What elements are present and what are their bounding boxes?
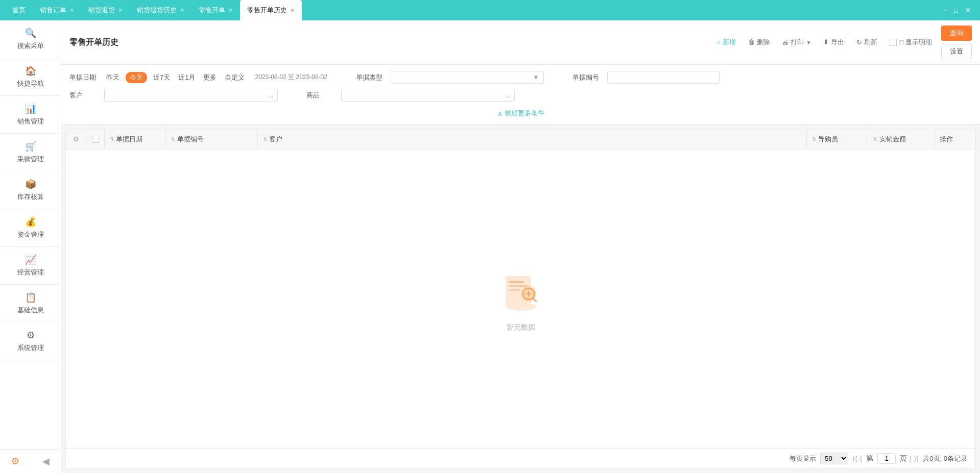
date-range-display: 2023-06-02 至 2023-06-02 bbox=[255, 73, 327, 82]
goods-label: 商品 bbox=[306, 91, 337, 100]
window-controls: ─ □ ✕ bbox=[942, 7, 975, 14]
date-tab-more[interactable]: 更多 bbox=[201, 72, 219, 83]
management-icon: 📈 bbox=[25, 254, 36, 265]
goods-filter-section: 商品 ... bbox=[306, 89, 515, 102]
sort-icon-customer: ⇅ bbox=[263, 136, 267, 142]
date-tab-7days[interactable]: 近7天 bbox=[151, 72, 172, 83]
close-tab-retail-order-history[interactable]: ✕ bbox=[290, 7, 295, 14]
print-dropdown-icon[interactable]: ▼ bbox=[806, 40, 811, 45]
date-label: 单据日期 bbox=[69, 73, 100, 82]
empty-icon bbox=[495, 266, 546, 317]
tab-home[interactable]: 首页 bbox=[5, 0, 33, 20]
prev-page-icon[interactable]: ⟨ bbox=[859, 455, 862, 463]
th-date[interactable]: ⇅ 单据日期 bbox=[105, 129, 166, 149]
action-buttons-area: 查询 设置 bbox=[941, 26, 972, 59]
sidebar-item-nav[interactable]: 🏠 快捷导航 bbox=[0, 58, 61, 96]
th-guide[interactable]: ⇅ 导购员 bbox=[807, 129, 868, 149]
sidebar-item-inventory[interactable]: 📦 库存核算 bbox=[0, 171, 61, 209]
sidebar-item-finance[interactable]: 💰 资金管理 bbox=[0, 209, 61, 247]
page-word: 第 bbox=[866, 454, 873, 463]
collapse-up-icon: ∧ bbox=[497, 110, 503, 117]
page-label: 页 bbox=[900, 454, 907, 463]
billno-label: 单据编号 bbox=[572, 73, 603, 82]
collapse-row: ∧ 收起更多条件 bbox=[69, 107, 972, 118]
tab-retail-order[interactable]: 零售开单 ✕ bbox=[192, 0, 240, 20]
settings-bottom-icon[interactable]: ⚙ bbox=[11, 456, 19, 467]
customer-filter-section: 客户 ... bbox=[69, 89, 278, 102]
next-page-icon[interactable]: ⟩ bbox=[909, 455, 912, 463]
close-tab-sales-order[interactable]: ✕ bbox=[69, 7, 74, 14]
svg-rect-2 bbox=[509, 281, 524, 283]
refresh-button[interactable]: ↻ 刷新 bbox=[853, 36, 880, 49]
add-button[interactable]: + 新增 bbox=[714, 36, 739, 49]
per-page-select[interactable]: 50 20 100 bbox=[820, 453, 848, 464]
sort-icon-amount: ⇅ bbox=[873, 136, 877, 142]
settings-button[interactable]: 设置 bbox=[941, 44, 972, 59]
close-tab-sales-return[interactable]: ✕ bbox=[118, 7, 123, 14]
export-button[interactable]: ⬇ 导出 bbox=[820, 36, 847, 49]
per-page-label: 每页显示 bbox=[790, 454, 816, 463]
sidebar-item-basic[interactable]: 📋 基础信息 bbox=[0, 285, 61, 322]
page-title: 零售开单历史 bbox=[69, 37, 118, 48]
type-dropdown-icon: ▼ bbox=[533, 73, 539, 81]
page-header: 零售开单历史 + 新增 🗑 删除 🖨 打印 ▼ ⬇ 导出 bbox=[61, 20, 980, 65]
minimize-icon[interactable]: ─ bbox=[942, 7, 947, 14]
tab-sales-order[interactable]: 销售订单 ✕ bbox=[33, 0, 81, 20]
th-billno[interactable]: ⇅ 单据编号 bbox=[166, 129, 258, 149]
sidebar-item-purchase[interactable]: 🛒 采购管理 bbox=[0, 134, 61, 171]
sidebar-item-system[interactable]: ⚙ 系统管理 bbox=[0, 322, 61, 360]
date-tab-custom[interactable]: 自定义 bbox=[223, 72, 247, 83]
sidebar-item-search[interactable]: 🔍 搜索采单 bbox=[0, 20, 61, 58]
inventory-icon: 📦 bbox=[25, 179, 36, 190]
billno-filter-section: 单据编号 bbox=[572, 71, 720, 84]
th-checkbox bbox=[86, 129, 105, 149]
sales-icon: 📊 bbox=[25, 103, 36, 114]
display-detail-button[interactable]: □ 显示明细 bbox=[887, 36, 935, 49]
column-settings-icon[interactable]: ⚙ bbox=[73, 135, 79, 143]
close-tab-retail-order[interactable]: ✕ bbox=[228, 7, 233, 14]
close-icon[interactable]: ✕ bbox=[965, 7, 971, 14]
date-tab-1month[interactable]: 近1月 bbox=[176, 72, 197, 83]
query-button[interactable]: 查询 bbox=[941, 26, 972, 41]
page-input[interactable] bbox=[877, 453, 896, 464]
basic-icon: 📋 bbox=[25, 292, 36, 303]
finance-icon: 💰 bbox=[25, 216, 36, 228]
svg-rect-3 bbox=[509, 285, 528, 287]
data-table: ⚙ ⇅ 单据日期 ⇅ 单据编号 ⇅ 客户 bbox=[65, 129, 976, 469]
filter-area: 单据日期 昨天 今天 近7天 近1月 更多 自定义 2023-06-02 至 2… bbox=[61, 65, 980, 125]
purchase-icon: 🛒 bbox=[25, 141, 36, 152]
maximize-icon[interactable]: □ bbox=[954, 7, 958, 14]
sidebar-item-management[interactable]: 📈 经营管理 bbox=[0, 247, 61, 285]
collapse-button[interactable]: ∧ 收起更多条件 bbox=[497, 109, 544, 118]
customer-dots-icon: ... bbox=[268, 91, 273, 99]
tab-sales-return-history[interactable]: 销货退货历史 ✕ bbox=[130, 0, 192, 20]
delete-button[interactable]: 🗑 删除 bbox=[745, 36, 773, 49]
pagination: 每页显示 50 20 100 ⟨⟨ ⟨ 第 页 ⟩ ⟩⟩ bbox=[66, 448, 975, 468]
tab-sales-return[interactable]: 销货退货 ✕ bbox=[81, 0, 130, 20]
th-amount[interactable]: ⇅ 实销金额 bbox=[868, 129, 935, 149]
customer-select[interactable]: ... bbox=[104, 89, 278, 102]
date-tab-yesterday[interactable]: 昨天 bbox=[104, 72, 122, 83]
billno-input[interactable] bbox=[607, 71, 720, 84]
sidebar-item-sales[interactable]: 📊 销售管理 bbox=[0, 96, 61, 134]
pagination-nav: ⟨⟨ ⟨ 第 页 ⟩ ⟩⟩ bbox=[852, 453, 919, 464]
th-customer[interactable]: ⇅ 客户 bbox=[258, 129, 807, 149]
svg-rect-4 bbox=[509, 289, 521, 291]
filter-row-1: 单据日期 昨天 今天 近7天 近1月 更多 自定义 2023-06-02 至 2… bbox=[69, 71, 972, 84]
content-area: 零售开单历史 + 新增 🗑 删除 🖨 打印 ▼ ⬇ 导出 bbox=[61, 20, 980, 473]
collapse-sidebar-icon[interactable]: ◀ bbox=[42, 456, 50, 467]
tab-retail-order-history[interactable]: 零售开单历史 ✕ bbox=[240, 0, 302, 20]
first-page-icon[interactable]: ⟨⟨ bbox=[852, 455, 857, 463]
last-page-icon[interactable]: ⟩⟩ bbox=[914, 455, 919, 463]
close-tab-sales-return-history[interactable]: ✕ bbox=[180, 7, 184, 14]
print-button[interactable]: 🖨 打印 ▼ bbox=[779, 36, 815, 49]
select-all-checkbox[interactable] bbox=[92, 136, 99, 143]
th-settings: ⚙ bbox=[66, 129, 86, 149]
date-tab-today[interactable]: 今天 bbox=[126, 72, 147, 83]
type-select[interactable]: ▼ bbox=[391, 71, 544, 84]
system-icon: ⚙ bbox=[27, 330, 35, 341]
sort-icon-billno: ⇅ bbox=[171, 136, 175, 142]
goods-select[interactable]: ... bbox=[341, 89, 515, 102]
sort-icon-guide: ⇅ bbox=[812, 136, 816, 142]
sidebar-bottom: ⚙ ◀ bbox=[0, 449, 61, 473]
